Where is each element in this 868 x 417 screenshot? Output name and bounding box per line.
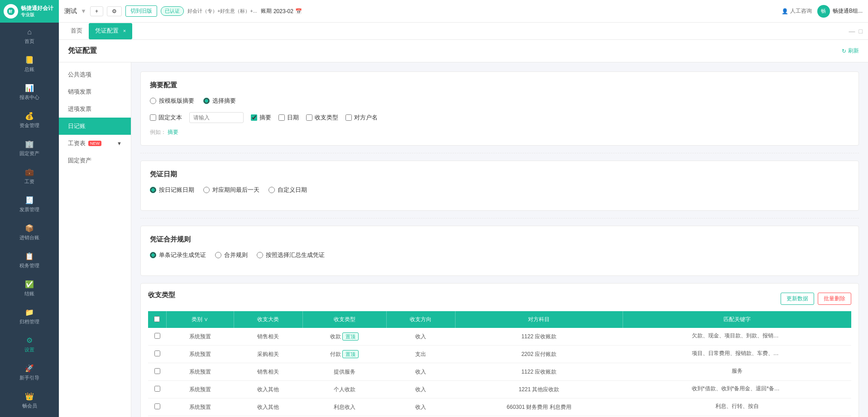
app-logo: 财 畅捷通好会计 专业版 — [0, 0, 59, 23]
row-subject: 1122 应收账款 — [455, 328, 623, 346]
sidebar-item-archive[interactable]: 📁 归档管理 — [0, 303, 59, 331]
row-direction: 收入 — [386, 381, 455, 398]
fixed-text-checkbox[interactable]: 固定文本 — [150, 114, 182, 122]
sidebar-item-purchase[interactable]: 📦 进销台账 — [0, 218, 59, 246]
minimize-button[interactable]: — — [849, 28, 855, 35]
left-menu-item-diary[interactable]: 日记账 — [59, 118, 131, 135]
row-major: 收入其他 — [234, 381, 302, 398]
merge-rule-section: 凭证合并规则 单条记录生成凭证 合并规则 按照选择汇总生成凭证 — [140, 226, 859, 276]
left-menu-item-public[interactable]: 公共选项 — [59, 66, 131, 83]
summary-config-title: 摘要配置 — [150, 81, 849, 90]
row-checkbox-cell — [148, 328, 166, 346]
voucher-date-radio-group: 按日记账日期 对应期间最后一天 自定义日期 — [150, 186, 849, 194]
logo-text: 畅捷通好会计 专业版 — [21, 5, 53, 18]
maximize-button[interactable]: □ — [859, 28, 863, 35]
summary-config-section: 摘要配置 按模板版摘要 选择摘要 — [140, 71, 859, 146]
row-major: 采购相关 — [234, 346, 302, 363]
topbar-title: 测试 — [64, 7, 77, 15]
merge-rule-radio-group: 单条记录生成凭证 合并规则 按照选择汇总生成凭证 — [150, 251, 849, 259]
sidebar-item-ledger[interactable]: 📒 总账 — [0, 50, 59, 78]
example-text: 例如： 摘要 — [150, 128, 849, 136]
voucher-date-title: 凭证日期 — [150, 170, 849, 179]
radio-last-day[interactable]: 对应期间最后一天 — [203, 186, 259, 194]
row-checkbox-cell — [148, 381, 166, 398]
row-type: 收款 置顶 — [302, 328, 386, 346]
batch-delete-button[interactable]: 批量删除 — [818, 293, 851, 305]
left-menu-item-assets[interactable]: 固定资产 — [59, 152, 131, 169]
radio-diary-date[interactable]: 按日记账日期 — [150, 186, 194, 194]
left-menu-item-sales[interactable]: 销项发票 — [59, 83, 131, 100]
sidebar-item-settlement[interactable]: ✅ 结账 — [0, 275, 59, 303]
topbar-period: 账期 2023-02 📅 — [261, 7, 302, 15]
table-row: 系统预置 销售相关 提供服务 收入 1122 应收账款 服务 — [148, 363, 851, 381]
logo-icon: 财 — [4, 4, 18, 19]
row-type: 利息收入 — [302, 398, 386, 416]
radio-single-record[interactable]: 单条记录生成凭证 — [150, 251, 206, 259]
row-keywords: 利息、行转、按自 — [623, 398, 851, 416]
merge-rule-title: 凭证合并规则 — [150, 235, 849, 244]
payment-type-table: 类别 ∨ 收支大类 收支类型 收支方向 对方科目 匹配关键字 — [148, 311, 851, 416]
sidebar-item-home[interactable]: ⌂ 首页 — [0, 23, 59, 50]
ledger-icon: 📒 — [25, 56, 34, 64]
sidebar-item-fund[interactable]: 💰 资金管理 — [0, 106, 59, 134]
table-row: 系统预置 采购相关 付款 置顶 支出 2202 应付账款 项目、日常费用、报销款… — [148, 346, 851, 363]
radio-select[interactable]: 选择摘要 — [203, 97, 236, 105]
radio-summary-voucher[interactable]: 按照选择汇总生成凭证 — [257, 251, 325, 259]
row-major: 销售相关 — [234, 363, 302, 381]
page-content: 凭证配置 ↻ 刷新 公共选项 销项发票 进项发票 日记账 — [59, 40, 868, 417]
summary-checkbox-row: 固定文本 摘要 日期 收支类型 — [150, 112, 849, 123]
refresh-button[interactable]: ↻ 刷新 — [842, 47, 859, 55]
sidebar-item-guide[interactable]: 🚀 新手引导 — [0, 359, 59, 387]
service-button[interactable]: 👤 人工咨询 — [782, 7, 812, 15]
sidebar-item-member[interactable]: 👑 畅会员 — [0, 387, 59, 415]
sidebar: 财 畅捷通好会计 专业版 ⌂ 首页 📒 总账 📊 报表中心 💰 资金管理 🏢 固… — [0, 0, 59, 417]
table-row: 系统预置 收入其他 利息收入 收入 660301 财务费用 利息费用 利息、行转… — [148, 398, 851, 416]
table-row: 系统预置 收入其他 个人收款 收入 1221 其他应收款 收到*借款、收到*备用… — [148, 381, 851, 398]
radio-custom-date[interactable]: 自定义日期 — [269, 186, 307, 194]
row-category: 系统预置 — [166, 363, 234, 381]
payment-type-checkbox[interactable]: 收支类型 — [306, 114, 338, 122]
tab-config[interactable]: 凭证配置 × — [89, 23, 132, 39]
row-subject: 2202 应付账款 — [455, 346, 623, 363]
sidebar-item-salary[interactable]: 💼 工资 — [0, 162, 59, 190]
fixed-text-input[interactable] — [189, 112, 244, 123]
guide-icon: 🚀 — [25, 364, 34, 373]
col-keywords: 匹配关键字 — [623, 311, 851, 328]
add-button[interactable]: + — [90, 6, 103, 16]
update-data-button[interactable]: 更新数据 — [781, 293, 814, 305]
close-tab-button[interactable]: × — [123, 28, 126, 33]
col-category: 类别 ∨ — [166, 311, 234, 328]
date-checkbox[interactable]: 日期 — [278, 114, 299, 122]
new-badge: NEW — [88, 141, 101, 146]
sidebar-item-tax[interactable]: 📋 税务管理 — [0, 246, 59, 275]
main-area: 测试 ▼ + ⚙ 切到旧版 已认证 好会计（专）+好生意（标）+... 账期 2… — [59, 0, 868, 417]
sidebar-item-assets[interactable]: 🏢 固定资产 — [0, 134, 59, 162]
row-subject: 1122 应收账款 — [455, 363, 623, 381]
row-category: 系统预置 — [166, 346, 234, 363]
sidebar-item-report[interactable]: 📊 报表中心 — [0, 78, 59, 106]
row-category: 系统预置 — [166, 398, 234, 416]
content-layout: 公共选项 销项发票 进项发票 日记账 工资表 NEW ▼ — [59, 62, 868, 417]
tab-home[interactable]: 首页 — [64, 23, 89, 39]
col-type: 收支类型 — [302, 311, 386, 328]
radio-template[interactable]: 按模板版摘要 — [150, 97, 194, 105]
svg-text:财: 财 — [8, 9, 13, 14]
assets-icon: 🏢 — [25, 140, 34, 148]
row-category: 系统预置 — [166, 328, 234, 346]
col-subject: 对方科目 — [455, 311, 623, 328]
switch-old-version-button[interactable]: 切到旧版 — [125, 5, 157, 17]
sidebar-item-invoice[interactable]: 🧾 发票管理 — [0, 190, 59, 218]
left-menu-item-salary[interactable]: 工资表 NEW ▼ — [59, 135, 131, 152]
left-menu-item-purchase[interactable]: 进项发票 — [59, 100, 131, 118]
sidebar-item-settings[interactable]: ⚙ 设置 — [0, 331, 59, 359]
select-all-checkbox[interactable] — [154, 316, 160, 322]
row-direction: 支出 — [386, 346, 455, 363]
user-menu[interactable]: 畅 畅捷通B组... — [817, 5, 863, 18]
table-header-row: 收支类型 更新数据 批量删除 — [148, 291, 851, 307]
row-checkbox-cell — [148, 398, 166, 416]
radio-merge-rule[interactable]: 合并规则 — [215, 251, 248, 259]
counterpart-checkbox[interactable]: 对方户名 — [345, 114, 378, 122]
summary-checkbox[interactable]: 摘要 — [251, 114, 271, 122]
certified-badge: 已认证 — [161, 6, 184, 16]
settings-button[interactable]: ⚙ — [107, 6, 122, 16]
